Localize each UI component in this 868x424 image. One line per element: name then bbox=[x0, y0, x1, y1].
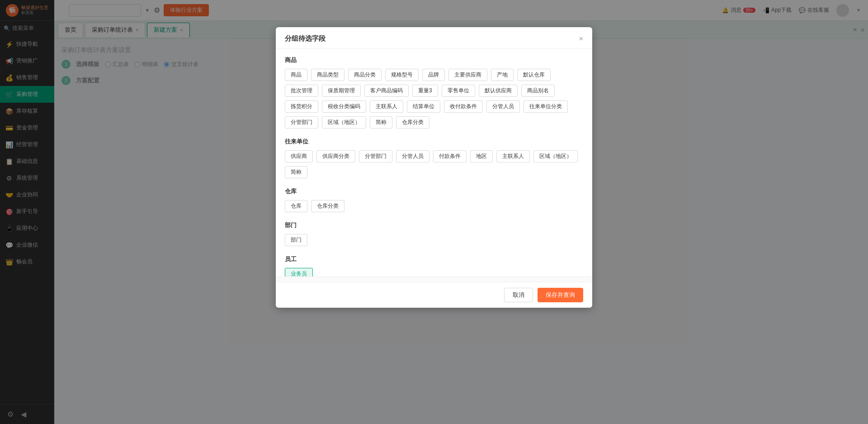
save-query-button[interactable]: 保存并查询 bbox=[538, 288, 583, 302]
field-tag[interactable]: 商品类型 bbox=[311, 69, 344, 81]
field-tag[interactable]: 客户商品编码 bbox=[364, 85, 409, 97]
field-tag[interactable]: 规格型号 bbox=[385, 69, 419, 81]
modal-body: 商品 商品 商品类型 商品分类 规格型号 品牌 主要供应商 产地 默认仓库 批次… bbox=[276, 49, 592, 276]
field-tag[interactable]: 供应商分类 bbox=[316, 150, 355, 162]
field-tag[interactable]: 简称 bbox=[285, 166, 307, 178]
section-staff-title: 员工 bbox=[285, 255, 583, 263]
field-tag[interactable]: 地区 bbox=[470, 150, 493, 162]
section-product-tags: 商品 商品类型 商品分类 规格型号 品牌 主要供应商 产地 默认仓库 批次管理 … bbox=[285, 69, 583, 129]
modal-close-button[interactable]: × bbox=[579, 35, 583, 43]
modal-header: 分组待选字段 × bbox=[276, 27, 592, 49]
field-tag[interactable]: 结算单位 bbox=[407, 100, 440, 113]
section-warehouse: 仓库 仓库 仓库分类 bbox=[285, 187, 583, 212]
field-tag[interactable]: 分管人员 bbox=[486, 100, 520, 113]
field-tag[interactable]: 品牌 bbox=[422, 69, 445, 81]
section-warehouse-tags: 仓库 仓库分类 bbox=[285, 200, 583, 212]
field-tag[interactable]: 分管人员 bbox=[396, 150, 429, 162]
field-tag[interactable]: 批次管理 bbox=[285, 85, 318, 97]
field-tag[interactable]: 默认供应商 bbox=[479, 85, 518, 97]
field-tag[interactable]: 税收分类编码 bbox=[322, 100, 366, 113]
field-tag[interactable]: 默认仓库 bbox=[517, 69, 551, 81]
section-staff-tags: 业务员 bbox=[285, 268, 583, 276]
modal-horizontal-scrollbar[interactable] bbox=[276, 276, 592, 282]
field-tag[interactable]: 产地 bbox=[491, 69, 514, 81]
modal-footer: 取消 保存并查询 bbox=[276, 282, 592, 308]
field-tag[interactable]: 分管部门 bbox=[359, 150, 392, 162]
section-warehouse-title: 仓库 bbox=[285, 187, 583, 195]
section-department-tags: 部门 bbox=[285, 234, 583, 246]
field-tag[interactable]: 重量3 bbox=[412, 85, 438, 97]
section-product-title: 商品 bbox=[285, 56, 583, 64]
cancel-button[interactable]: 取消 bbox=[504, 288, 533, 302]
section-department-title: 部门 bbox=[285, 221, 583, 229]
field-tag[interactable]: 主要供应商 bbox=[448, 69, 487, 81]
field-tag[interactable]: 零售单位 bbox=[442, 85, 475, 97]
field-tag[interactable]: 主联系人 bbox=[370, 100, 403, 113]
field-tag[interactable]: 保质期管理 bbox=[322, 85, 361, 97]
field-tag[interactable]: 商品 bbox=[285, 69, 307, 81]
field-tag[interactable]: 往来单位分类 bbox=[524, 100, 568, 113]
field-tag[interactable]: 分管部门 bbox=[285, 116, 318, 129]
field-selection-modal: 分组待选字段 × 商品 商品 商品类型 商品分类 规格型号 品牌 主要供应商 产… bbox=[276, 27, 592, 308]
section-counterparty-tags: 供应商 供应商分类 分管部门 分管人员 付款条件 地区 主联系人 区域（地区） … bbox=[285, 150, 583, 178]
field-tag[interactable]: 仓库分类 bbox=[311, 200, 344, 212]
section-counterparty: 往来单位 供应商 供应商分类 分管部门 分管人员 付款条件 地区 主联系人 区域… bbox=[285, 138, 583, 178]
modal-title: 分组待选字段 bbox=[285, 34, 326, 43]
field-tag[interactable]: 付款条件 bbox=[433, 150, 467, 162]
modal-overlay: 分组待选字段 × 商品 商品 商品类型 商品分类 规格型号 品牌 主要供应商 产… bbox=[0, 0, 868, 424]
section-counterparty-title: 往来单位 bbox=[285, 138, 583, 146]
field-tag[interactable]: 商品别名 bbox=[521, 85, 555, 97]
field-tag[interactable]: 主联系人 bbox=[496, 150, 530, 162]
field-tag[interactable]: 商品分类 bbox=[348, 69, 382, 81]
section-department: 部门 部门 bbox=[285, 221, 583, 246]
field-tag[interactable]: 区域（地区） bbox=[322, 116, 366, 129]
field-tag[interactable]: 部门 bbox=[285, 234, 307, 246]
field-tag[interactable]: 供应商 bbox=[285, 150, 313, 162]
section-staff: 员工 业务员 bbox=[285, 255, 583, 276]
field-tag[interactable]: 简称 bbox=[370, 116, 392, 129]
field-tag-staff[interactable]: 业务员 bbox=[285, 268, 313, 276]
section-product: 商品 商品 商品类型 商品分类 规格型号 品牌 主要供应商 产地 默认仓库 批次… bbox=[285, 56, 583, 129]
field-tag[interactable]: 区域（地区） bbox=[533, 150, 578, 162]
field-tag[interactable]: 收付款条件 bbox=[444, 100, 483, 113]
field-tag[interactable]: 拣货积分 bbox=[285, 100, 318, 113]
field-tag[interactable]: 仓库 bbox=[285, 200, 307, 212]
field-tag[interactable]: 仓库分类 bbox=[396, 116, 429, 129]
